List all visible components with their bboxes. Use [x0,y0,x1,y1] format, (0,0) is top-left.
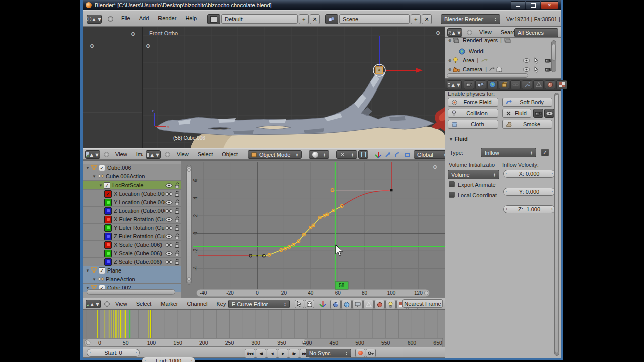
filter-ball-button[interactable] [330,300,341,309]
graph-mode-select[interactable]: F-Curve Editor ▲▼ [228,300,290,308]
channel-row-y-location-cube-006-[interactable]: Y Location (Cube.006) [83,198,181,207]
outliner-item-area[interactable]: ⊕Area| [445,56,561,65]
scene-icon-button[interactable] [325,14,338,24]
properties-tab-object[interactable] [499,80,509,89]
graph-area[interactable]: -40-200204060801001206420-2-458 ⊕ [181,160,445,298]
minimize-button[interactable] [511,1,525,10]
image-menu-image[interactable]: Image [132,151,143,157]
prev-key-button[interactable]: ◀▮ [256,349,266,358]
channel-color-swatch[interactable] [104,224,112,232]
channel-color-swatch[interactable] [104,216,112,223]
delete-scene-button[interactable]: ✕ [422,14,432,24]
end-frame-field[interactable]: ‹End: 1000› [142,357,195,362]
channel-color-swatch[interactable] [104,233,112,240]
eye-toggle[interactable] [523,67,532,72]
lock-toggle[interactable] [174,216,180,223]
channel-color-swatch[interactable] [104,199,112,206]
expand-panel-icon[interactable]: ⊕ [131,31,135,37]
channel-color-swatch[interactable] [104,207,112,215]
channel-row-plane[interactable]: ▼✓Plane [83,266,181,275]
lock-toggle[interactable] [174,250,180,257]
add-scene-button[interactable]: ＋ [411,14,421,24]
graph-menu-marker[interactable]: Marker [156,301,182,307]
physics-button-fluid[interactable]: Fluid [502,109,531,118]
lock-toggle[interactable] [174,242,180,248]
viewport-shading-select[interactable]: ▲▼ [309,150,329,159]
properties-tab-data[interactable] [533,80,544,89]
lock-toggle[interactable] [174,199,180,206]
physics-button-force-field[interactable]: Force Field [448,98,498,107]
ghost-icon[interactable] [496,67,502,72]
channel-row-y-scale-cube-006-[interactable]: Y Scale (Cube.006) [83,249,181,258]
expand-icon[interactable]: ⊕ [447,38,453,43]
eye-toggle[interactable] [165,200,173,205]
menu-help[interactable]: Help [181,15,201,21]
editor-type-button[interactable]: ▲▼ [85,150,100,159]
velocity-z-field[interactable]: ‹Z: -1.000› [503,205,555,213]
collapse-menus-button[interactable] [104,152,109,157]
lock-toggle[interactable] [174,233,180,240]
export-animate-checkbox[interactable] [449,181,455,187]
jump-start-button[interactable]: ▮◀◀ [245,349,255,358]
ghost-curves-button[interactable] [305,300,314,308]
outliner-item-renderlayers[interactable]: ⊕RenderLayers| [445,38,561,45]
cursor-toggle[interactable] [534,66,543,73]
eye-toggle[interactable] [165,183,173,188]
channel-color-swatch[interactable] [104,241,112,249]
renderlayers-icon[interactable] [504,38,511,43]
properties-tab-world[interactable] [487,80,498,89]
properties-tab-scene[interactable] [475,80,486,89]
channels-hscrollbar[interactable] [87,289,175,295]
close-button[interactable]: ✕ [541,1,558,10]
viewport-3d[interactable]: z x Front Ortho (58) Cube.006 ⊕ ⊕ [143,27,445,148]
eye-toggle[interactable] [523,58,532,63]
eye-toggle[interactable] [165,251,173,256]
scene-field[interactable]: Scene [339,14,410,24]
channel-row-y-euler-rotation-cube-006-[interactable]: Y Euler Rotation (Cube.006) [83,224,181,232]
outliner-item-world[interactable]: World [445,47,561,56]
maximize-button[interactable] [526,1,540,10]
timeline-area[interactable]: 050100150200250300350400450500550600650 [83,309,445,347]
physics-button-smoke[interactable]: Smoke [502,120,552,129]
channel-row-z-location-cube-006-[interactable]: Z Location (Cube.006) [83,207,181,215]
mode-select[interactable]: Object Mode ▲▼ [248,150,302,159]
expand-icon[interactable]: ⊕ [447,58,453,63]
volume-init-select[interactable]: Volume ▲▼ [448,170,499,179]
expand-icon[interactable]: ▼ [98,183,104,188]
collapse-menus-button[interactable] [165,152,170,157]
properties-tab-render[interactable] [464,80,474,89]
sync-mode-select[interactable]: No Sync ▲▼ [306,349,351,357]
fcurve-graph[interactable]: -40-200204060801001206420-2-458 [181,161,445,298]
channel-row-z-scale-cube-006-[interactable]: Z Scale (Cube.006) [83,258,181,266]
lock-toggle[interactable] [174,182,180,189]
physics-button-collision[interactable]: Collision [448,109,498,118]
hook-icon[interactable] [489,67,495,72]
expand-icon[interactable]: ▼ [91,174,97,179]
expand-panel-icon[interactable]: ⊕ [436,30,440,36]
graph-menu-view[interactable]: View [111,301,132,307]
graph-menu-select[interactable]: Select [132,301,156,307]
only-selected-button[interactable] [295,300,304,308]
pivot-select[interactable]: ▲▼ [336,150,357,159]
lock-toggle[interactable] [174,225,180,231]
rotate-manipulator-button[interactable] [393,150,402,159]
fluid-panel-title[interactable]: ▼ Fluid [449,136,468,142]
velocity-y-field[interactable]: ‹Y: 0.000› [503,188,555,196]
lock-toggle[interactable] [174,208,180,214]
filter-redball-button[interactable] [374,300,385,309]
menu-render[interactable]: Render [153,15,181,21]
scale-manipulator-button[interactable] [403,150,412,159]
lock-toggle[interactable] [174,191,180,197]
screen-layout-field[interactable]: Default [221,14,298,24]
eye-toggle-button[interactable] [544,109,554,118]
collapse-menus-button[interactable] [104,301,110,307]
channel-checkbox[interactable]: ✓ [99,267,105,274]
collapse-menus-button[interactable] [108,16,113,22]
add-layout-button[interactable]: ＋ [299,14,309,24]
link-icon[interactable] [481,58,488,63]
graph-menu-channel[interactable]: Channel [182,301,212,307]
play-button[interactable]: ▶ [278,349,288,358]
channel-checkbox[interactable]: ✓ [99,165,105,171]
keying-mode-button[interactable] [366,349,376,357]
properties-vscrollbar[interactable] [554,93,559,356]
